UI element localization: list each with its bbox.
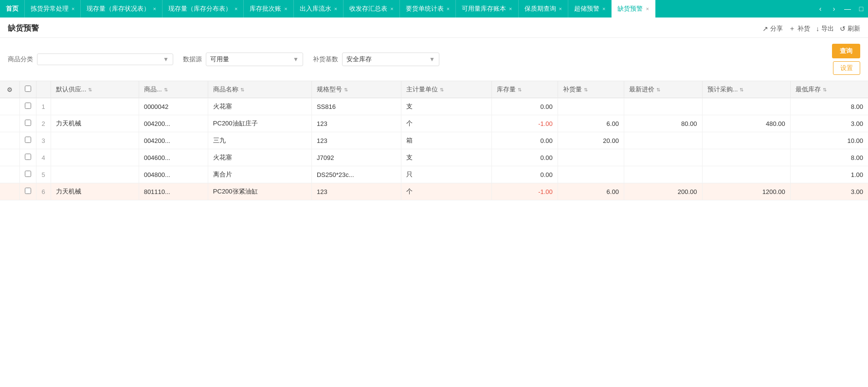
datasource-select[interactable]: 可用量 ▼ xyxy=(206,53,303,66)
row-num-2: 3 xyxy=(36,132,51,149)
row-supplier-1: 力天机械 xyxy=(51,115,139,132)
row-min-stock-5: 3.00 xyxy=(790,183,868,200)
setting-button[interactable]: 设置 xyxy=(833,61,860,75)
nav-item-label-expiry: 保质期查询 xyxy=(524,4,556,13)
row-est-purchase-1: 480.00 xyxy=(702,115,790,132)
row-num-4: 5 xyxy=(36,166,51,183)
row-name-4: 离合片 xyxy=(208,166,311,183)
row-gear-cell-0 xyxy=(0,98,19,115)
nav-item-label-stock-status: 现存量（库存状况表） xyxy=(87,4,150,13)
row-checkbox-5[interactable] xyxy=(25,188,31,194)
nav-close-stock-status[interactable]: × xyxy=(153,6,156,12)
th-spec[interactable]: 规格型号⇅ xyxy=(311,81,401,98)
th-unit[interactable]: 主计量单位⇅ xyxy=(401,81,491,98)
nav-item-receive[interactable]: 收发存汇总表× xyxy=(344,0,399,18)
th-latest-price[interactable]: 最新进价⇅ xyxy=(624,81,702,98)
table-row: 5004800...离合片DS250*23c...只0.001.00 xyxy=(0,166,868,183)
th-code[interactable]: 商品...⇅ xyxy=(139,81,208,98)
est-purchase-sort-icon: ⇅ xyxy=(740,87,743,92)
nav-close-available[interactable]: × xyxy=(509,6,512,12)
nav-maximize[interactable]: □ xyxy=(854,0,868,18)
row-checkbox-cell-3 xyxy=(19,149,36,166)
nav-close-batch[interactable]: × xyxy=(284,6,287,12)
category-dropdown-icon: ▼ xyxy=(163,56,169,63)
th-supplier[interactable]: 默认供应...⇅ xyxy=(51,81,139,98)
nav-close-overstock[interactable]: × xyxy=(602,6,605,12)
row-gear-cell-5 xyxy=(0,183,19,200)
nav-item-stock-status[interactable]: 现存量（库存状况表）× xyxy=(81,0,162,18)
category-select[interactable]: ▼ xyxy=(37,53,173,65)
row-est-purchase-2 xyxy=(702,132,790,149)
row-stock-4: 0.00 xyxy=(491,166,558,183)
row-checkbox-cell-4 xyxy=(19,166,36,183)
data-table: ⚙ 默认供应...⇅ 商品...⇅ 商品名称⇅ xyxy=(0,81,868,200)
nav-item-label-stock-dist: 现存量（库存分布表） xyxy=(168,4,232,13)
row-spec-5: 123 xyxy=(311,183,401,200)
replenish-base-dropdown-icon: ▼ xyxy=(429,56,435,63)
table-row: 4004600...火花塞J7092支0.008.00 xyxy=(0,149,868,166)
nav-item-batch[interactable]: 库存批次账× xyxy=(244,0,293,18)
select-all-checkbox[interactable] xyxy=(25,86,31,92)
nav-right-arrow[interactable]: › xyxy=(827,0,841,18)
export-button[interactable]: ↓导出 xyxy=(816,24,834,33)
row-checkbox-4[interactable] xyxy=(25,171,31,177)
refresh-button[interactable]: ↺刷新 xyxy=(840,24,860,33)
nav-arrows: ‹ › — □ xyxy=(814,0,868,18)
nav-item-expiry[interactable]: 保质期查询× xyxy=(519,0,568,18)
nav-close-requisition[interactable]: × xyxy=(447,6,450,12)
th-latest-price-label: 最新进价 xyxy=(629,85,654,94)
nav-item-shortage[interactable]: 缺货预警× xyxy=(612,0,655,18)
th-replenish[interactable]: 补货量⇅ xyxy=(558,81,624,98)
row-checkbox-2[interactable] xyxy=(25,137,31,143)
replenish-icon: ＋ xyxy=(789,24,796,33)
nav-close-receive[interactable]: × xyxy=(390,6,393,12)
replenish-button[interactable]: ＋补货 xyxy=(789,24,810,33)
nav-item-inout[interactable]: 出入库流水× xyxy=(294,0,344,18)
row-latest-price-4 xyxy=(624,166,702,183)
row-checkbox-cell-0 xyxy=(19,98,36,115)
nav-close-expiry[interactable]: × xyxy=(559,6,562,12)
row-est-purchase-5: 1200.00 xyxy=(702,183,790,200)
replenish-base-select[interactable]: 安全库存 ▼ xyxy=(342,53,439,66)
th-stock[interactable]: 库存量⇅ xyxy=(491,81,558,98)
spec-sort-icon: ⇅ xyxy=(344,87,348,92)
nav-left-arrow[interactable]: ‹ xyxy=(814,0,827,18)
table-row: 10000042火花塞SS816支0.008.00 xyxy=(0,98,868,115)
gear-icon: ⚙ xyxy=(7,86,13,93)
th-gear[interactable]: ⚙ xyxy=(0,81,19,98)
th-min-stock[interactable]: 最低库存⇅ xyxy=(790,81,868,98)
nav-item-available[interactable]: 可用量库存账本× xyxy=(456,0,518,18)
row-checkbox-0[interactable] xyxy=(25,103,31,109)
query-button[interactable]: 查询 xyxy=(832,44,860,58)
nav-close-stock-dist[interactable]: × xyxy=(235,6,237,12)
share-button[interactable]: ↗分享 xyxy=(762,24,783,33)
row-checkbox-3[interactable] xyxy=(25,154,31,160)
replenish-sort-icon: ⇅ xyxy=(584,87,588,92)
row-unit-1: 个 xyxy=(401,115,491,132)
row-unit-3: 支 xyxy=(401,149,491,166)
nav-close-shortage[interactable]: × xyxy=(646,6,649,12)
nav-item-home[interactable]: 首页 xyxy=(0,0,25,18)
filter-area: 商品分类 ▼ 数据源 可用量 ▼ 补货基数 安全库存 ▼ 查询 设置 xyxy=(0,38,868,81)
row-name-3: 火花塞 xyxy=(208,149,311,166)
nav-close-inout[interactable]: × xyxy=(334,6,337,12)
nav-item-stock-dist[interactable]: 现存量（库存分布表）× xyxy=(163,0,244,18)
supplier-sort-icon: ⇅ xyxy=(88,87,92,92)
table-container: ⚙ 默认供应...⇅ 商品...⇅ 商品名称⇅ xyxy=(0,81,868,200)
header-actions: ↗分享＋补货↓导出↺刷新 xyxy=(762,24,860,33)
nav-close-abnormal[interactable]: × xyxy=(72,6,74,12)
row-checkbox-1[interactable] xyxy=(25,120,31,126)
row-name-2: 三九 xyxy=(208,132,311,149)
nav-item-abnormal[interactable]: 拣货异常处理× xyxy=(25,0,81,18)
row-code-4: 004800... xyxy=(139,166,208,183)
nav-minimize[interactable]: — xyxy=(841,0,854,18)
datasource-label: 数据源 xyxy=(183,55,202,64)
table-header-row: ⚙ 默认供应...⇅ 商品...⇅ 商品名称⇅ xyxy=(0,81,868,98)
th-name[interactable]: 商品名称⇅ xyxy=(208,81,311,98)
datasource-dropdown-icon: ▼ xyxy=(293,56,299,63)
th-est-purchase[interactable]: 预计采购...⇅ xyxy=(702,81,790,98)
nav-item-overstock[interactable]: 超储预警× xyxy=(568,0,612,18)
row-name-1: PC200油缸庄子 xyxy=(208,115,311,132)
nav-item-requisition[interactable]: 要货单统计表× xyxy=(400,0,456,18)
row-checkbox-cell-1 xyxy=(19,115,36,132)
